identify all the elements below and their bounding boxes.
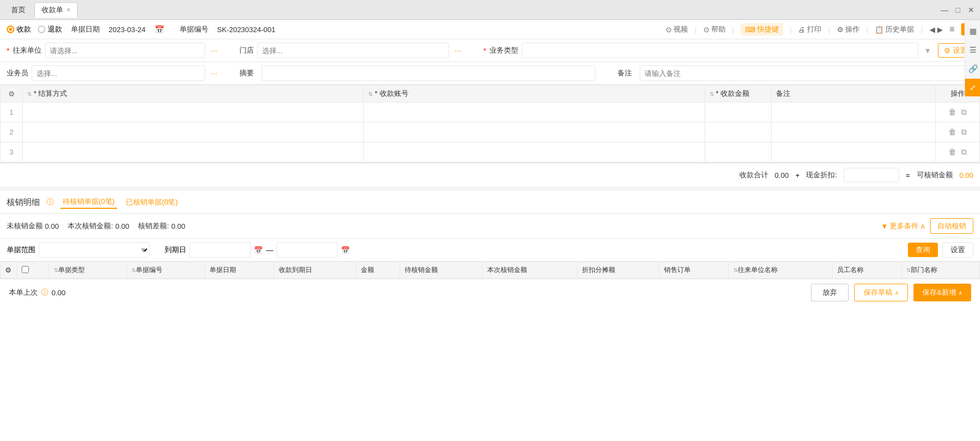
diff-stat: 核销差额: 0.00 (138, 221, 185, 231)
save-new-button[interactable]: 保存&新增 ∧ (913, 284, 971, 301)
amount-cell-2[interactable] (705, 122, 771, 142)
current-stat: 本次核销金额: 0.00 (68, 221, 129, 231)
query-button[interactable]: 查询 (908, 243, 938, 257)
th-amount: 金额 (356, 262, 400, 279)
close-window-button[interactable]: ✕ (967, 6, 976, 14)
help-action[interactable]: ⊙ 帮助 (703, 24, 726, 34)
th-discount: 折扣分摊额 (577, 262, 659, 279)
verify-info-icon[interactable]: ⓘ (47, 197, 54, 207)
remark-input[interactable] (640, 65, 973, 81)
tab-receipts-label: 收款单 (42, 5, 63, 15)
account-cell-1[interactable] (364, 102, 705, 122)
plus-sign: + (795, 171, 800, 180)
remark-cell-3[interactable] (771, 142, 935, 162)
table-row: 2 🗑 ⧉ (1, 122, 980, 142)
business-type-input[interactable]: 预收款 (522, 43, 918, 58)
copy-icon-2[interactable]: ⧉ (961, 127, 967, 136)
print-action[interactable]: 🖨 打印 (798, 24, 821, 34)
account-cell-3[interactable] (364, 142, 705, 162)
settings-gear-icon: ⚙ (944, 47, 951, 55)
delete-icon-2[interactable]: 🗑 (948, 127, 956, 136)
counterpart-more-icon[interactable]: ··· (211, 46, 217, 55)
account-cell-2[interactable] (364, 122, 705, 142)
tab-close-icon[interactable]: × (67, 6, 70, 14)
total-label: 收款合计 (739, 170, 768, 180)
number-label: 单据编号 (180, 24, 208, 34)
summary-row: 收款合计 0.00 + 现金折扣: = 可核销金额 0.00 (0, 163, 980, 187)
date-range: 2022-04-01 📅 — 2022-04-12 📅 (190, 242, 350, 258)
table-settings-icon[interactable]: ⚙ (8, 90, 15, 98)
help-icon: ⊙ (703, 25, 710, 34)
filter-settings-button[interactable]: 设置 (942, 242, 973, 258)
business-type-chevron[interactable]: ▼ (924, 47, 931, 55)
shortcut-action[interactable]: ⌨ 快捷键 (741, 23, 783, 35)
table2-settings-icon[interactable]: ⚙ (5, 266, 12, 274)
maximize-button[interactable]: □ (953, 6, 962, 14)
tab-bar: 首页 收款单 × — □ ✕ (0, 0, 980, 20)
tab-receipts[interactable]: 收款单 × (34, 2, 78, 18)
amount-cell-1[interactable] (705, 102, 771, 122)
radio-receipt[interactable]: 收款 (7, 24, 31, 34)
date-from-input[interactable]: 2022-04-01 (190, 242, 251, 258)
side-expand-icon[interactable]: ⤢ (965, 79, 980, 96)
store-more-icon[interactable]: ··· (455, 46, 461, 55)
settlement-cell-3[interactable] (23, 142, 364, 162)
settlement-cell-1[interactable] (23, 102, 364, 122)
tab-home[interactable]: 首页 (4, 2, 32, 18)
amount-cell-3[interactable] (705, 142, 771, 162)
radio-refund-label: 退款 (48, 24, 62, 34)
bottom-table: ⚙ ⇅单据类型 ⇅单据编号 单据日期 收款到期日 金额 待核销金额 本次 (0, 261, 980, 279)
calendar-icon[interactable]: 📅 (155, 25, 164, 34)
footer: 本单上次 ⓘ 0.00 放弃 保存草稿 ∧ 保存&新增 ∧ (0, 279, 980, 306)
abandon-button[interactable]: 放弃 (811, 284, 849, 301)
th-doc-type: ⇅单据类型 (49, 262, 127, 279)
range-select[interactable] (39, 242, 150, 258)
side-attach-icon[interactable]: 🔗 (965, 60, 980, 78)
copy-icon-1[interactable]: ⧉ (961, 107, 967, 116)
th-dept-name: ⇅部门名称 (902, 262, 980, 279)
th-settlement: ⇅ * 结算方式 (23, 85, 364, 102)
operation-action[interactable]: ⚙ 操作 (837, 24, 860, 34)
store-input[interactable] (257, 43, 449, 58)
menu-icon[interactable]: ≡ (950, 24, 955, 34)
toolbar: 收款 退款 单据日期 2023-03-24 📅 单据编号 SK-20230324… (0, 20, 980, 39)
video-action[interactable]: ⊙ 视频 (666, 24, 688, 34)
staff-input[interactable] (32, 65, 205, 81)
staff-more-icon[interactable]: ··· (211, 69, 217, 78)
form-row-1: * 往来单位 ··· 门店 ··· * 业务类型 预收款 ▼ ⚙ 设置 (0, 39, 980, 62)
more-conditions-btn[interactable]: ▼ 更多条件 ∧ (881, 221, 926, 231)
counterpart-input[interactable] (45, 43, 205, 58)
calendar-to-icon[interactable]: 📅 (341, 246, 350, 254)
range-label: 单据范围 (7, 245, 35, 255)
select-all-checkbox[interactable] (22, 266, 29, 273)
side-list-icon[interactable]: ☰ (965, 41, 980, 59)
remark-cell-1[interactable] (771, 102, 935, 122)
date-to-input[interactable]: 2022-04-12 (277, 242, 338, 258)
staff-label: 业务员 (7, 68, 28, 78)
radio-refund[interactable]: 退款 (38, 24, 62, 34)
side-table-icon[interactable]: ▦ (965, 22, 980, 40)
done-tab[interactable]: 已核销单据(0笔) (124, 196, 180, 208)
discount-input[interactable] (844, 168, 899, 182)
delete-icon-3[interactable]: 🗑 (948, 147, 956, 156)
history-action[interactable]: 📋 历史单据 (875, 24, 914, 34)
row-num-2: 2 (1, 122, 23, 142)
chevron-up-icon: ∧ (920, 222, 926, 230)
prev-icon[interactable]: ◀ (930, 25, 935, 34)
print-icon: 🖨 (798, 25, 805, 34)
save-draft-button[interactable]: 保存草稿 ∧ (854, 284, 908, 301)
settlement-cell-2[interactable] (23, 122, 364, 142)
pending-tab[interactable]: 待核销单据(0笔) (60, 196, 117, 209)
delete-icon-1[interactable]: 🗑 (948, 107, 956, 116)
next-icon[interactable]: ▶ (937, 25, 943, 34)
tab-home-label: 首页 (11, 5, 25, 15)
minimize-button[interactable]: — (940, 6, 949, 14)
calendar-from-icon[interactable]: 📅 (254, 246, 263, 254)
th-due-date: 收款到期日 (274, 262, 356, 279)
remark-cell-2[interactable] (771, 122, 935, 142)
copy-icon-3[interactable]: ⧉ (961, 147, 967, 156)
auto-verify-button[interactable]: 自动核销 (930, 218, 973, 234)
stats-row: 未核销金额 0.00 本次核销金额: 0.00 核销差额: 0.00 ▼ 更多条… (0, 214, 980, 239)
summary-input[interactable] (262, 65, 595, 81)
equals-sign: = (906, 171, 910, 180)
